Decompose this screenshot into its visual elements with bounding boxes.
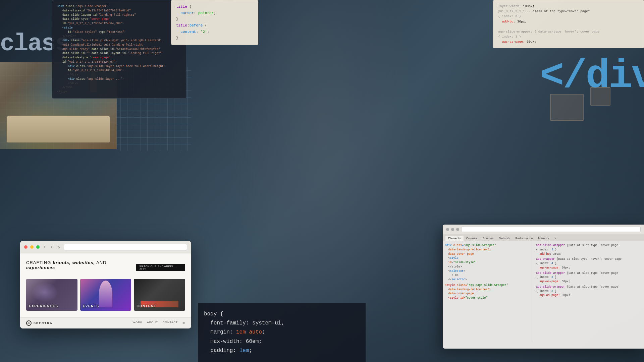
browser-dot-minimize[interactable]	[30, 245, 34, 249]
devtools-tab-performance[interactable]: Performance	[513, 236, 536, 241]
footer-nav-about[interactable]: ABOUT	[147, 321, 158, 325]
code-line-20: </div>	[57, 85, 181, 90]
devtools-tab-network[interactable]: Network	[496, 236, 513, 241]
watch-showreel-btn[interactable]: WATCH OUR SHOWREEL · 2024	[136, 264, 185, 271]
card-label-events: EVENTS	[83, 304, 99, 308]
footer-logo-text: SPECTRA	[34, 321, 53, 325]
code-line-3: data-slide-layout-id="landing-full-right…	[57, 13, 181, 17]
code-panel-top-center: title { cursor: pointer; } title:before …	[171, 0, 258, 45]
website-mockup: ‹ › ↻ CRAFTING brands, websites, AND exp…	[20, 241, 191, 328]
mockup-content: CRAFTING brands, websites, AND experienc…	[20, 253, 191, 317]
browser-dot-close[interactable]	[24, 245, 28, 249]
code-line-16: id="yui_3_17_2_1_1733343124_208">	[57, 68, 181, 73]
card-label-experiences: EXPERIENCES	[29, 304, 58, 308]
browser-url-bar[interactable]	[64, 244, 187, 250]
code-line-17: </div>	[57, 73, 181, 77]
footer-nav-work[interactable]: WORK	[132, 321, 142, 325]
code-line-8: </style>	[57, 34, 181, 39]
devtools-tab-memory[interactable]: Memory	[535, 236, 552, 241]
dt-line-10: data-landing-fullcenter81	[445, 288, 531, 292]
card-content[interactable]: CONTENT	[134, 279, 185, 311]
code-panel-top-left: <div class="aqs-slide-wrapper" data-slic…	[52, 0, 186, 99]
dt-css-9: aqs-as-page: 30px;	[536, 280, 641, 284]
dt-line-9: </selector>	[445, 278, 531, 282]
dt-css-2: { index: 3 }	[536, 248, 641, 252]
code-line-18: <div class="aqs-slide-layer ...">	[57, 77, 181, 81]
headline-row: CRAFTING brands, websites, AND experienc…	[26, 260, 185, 275]
dt-highlight-1: <style class="aqs-page-slide-wrapper"	[445, 283, 531, 288]
dt-css-8: { index: 3 }	[536, 275, 641, 280]
devtools-dot-3	[456, 228, 459, 231]
dt-css-12: aqs-as-page: 30px;	[536, 293, 641, 298]
footer-logo: ◎ SPECTRA	[26, 320, 53, 326]
right-code-block: layer-width: 100px; yui_3_17_2_1_1... cl…	[498, 4, 639, 45]
body-css-code: body { font-family: system-ui, margin: 1…	[204, 310, 360, 355]
browser-bar: ‹ › ↻	[20, 241, 191, 253]
devtools-body: <div class="aqs-slide-wrapper" data-land…	[443, 241, 644, 342]
dt-css-6: aqs-as-page: 30px;	[536, 266, 641, 270]
code-line-21: </div>	[57, 90, 181, 94]
mockup-headline: CRAFTING brands, websites, AND experienc…	[26, 260, 133, 270]
dt-css-7: aqs-slide-wrapper {Data at slot-type 'co…	[536, 271, 641, 276]
dt-line-4: <style	[445, 256, 531, 260]
browser-dot-maximize[interactable]	[36, 245, 40, 249]
card-label-content: CONTENT	[137, 304, 156, 308]
code-line-15: <div class="aqs-slide-layer layer-back f…	[57, 64, 181, 69]
code-panel-bottom-center: body { font-family: system-ui, margin: 1…	[198, 303, 366, 362]
browser-forward-btn[interactable]: ›	[49, 245, 54, 249]
code-line-13: data-slide-type="cover-page"	[57, 56, 181, 60]
devtools-tab-elements[interactable]: Elements	[445, 236, 464, 241]
devtools-url-bar[interactable]	[461, 227, 641, 232]
dt-line-2: data-landing-fullcenter81	[445, 248, 531, 252]
code-line-19: </div>	[57, 81, 181, 86]
dt-line-5: id="slide-style"	[445, 260, 531, 265]
code-panel-top-right: layer-width: 100px; yui_3_17_2_1_1... cl…	[493, 0, 644, 48]
dt-line-3: data-cover-page	[445, 252, 531, 256]
devtools-tab-more[interactable]: »	[552, 236, 559, 241]
browser-refresh-btn[interactable]: ↻	[56, 245, 61, 250]
code-line-11: aqs-slide-ready" data-slice-id="5e13cf54…	[57, 47, 181, 52]
card-experiences[interactable]: EXPERIENCES	[26, 279, 77, 311]
code-line-7: id="slide-styles" type="text/css">	[57, 30, 181, 35]
code-line-9: <div class="aqs-slide yui3-widget yui3-l…	[57, 39, 181, 43]
dt-line-1: <div class="aqs-slide-wrapper"	[445, 243, 531, 248]
dt-css-3: add-bq: 30px;	[536, 252, 641, 256]
code-line-5: id="yui_3_17_2_1_1733343124364_309">	[57, 21, 181, 26]
dt-line-11: data-cover-page	[445, 292, 531, 296]
devtools-titlebar	[443, 225, 644, 234]
closing-div-text: </div	[540, 54, 644, 99]
footer-nav-contact[interactable]: CONTACT	[163, 321, 178, 325]
card-events[interactable]: EVENTS	[80, 279, 131, 311]
devtools-dot-2	[451, 228, 454, 231]
code-line-14: id="yui_3_17_2_1_1733343124_97">	[57, 60, 181, 64]
dt-css-10: aqs-slide-wrapper {Data at slot-type 'co…	[536, 285, 641, 289]
room-sofa	[7, 116, 110, 142]
dt-css-1: aqs-slide-wrapper {Data at slot-type 'co…	[536, 243, 641, 248]
dt-line-6: </style>	[445, 265, 531, 269]
footer-menu-icon[interactable]: ≡	[182, 321, 185, 325]
dt-line-7: <selector>	[445, 269, 531, 274]
dt-css-4: aqs-wrapper {Data at slot-type 'hover'; …	[536, 257, 641, 261]
devtools-html-panel: <div class="aqs-slide-wrapper" data-land…	[443, 241, 533, 342]
code-line-2: data-slice-id="5e13cf5481a657bf8f9e0fbd"	[57, 9, 181, 13]
dt-css-5: { index: 4 }	[536, 261, 641, 266]
devtools-dot-1	[446, 228, 449, 231]
code-line-10: yui3-landingFullright81 yui3-landing-ful…	[57, 43, 181, 47]
code-line-4: data-slide-type="cover-page"	[57, 17, 181, 21]
footer-nav: WORK ABOUT CONTACT ≡	[132, 321, 185, 325]
dt-line-12: <style id="cover-style"	[445, 296, 531, 300]
dt-line-8: > 85	[445, 273, 531, 278]
code-line-1: <div class="aqs-slide-wrapper"	[57, 4, 181, 9]
mockup-footer: ◎ SPECTRA WORK ABOUT CONTACT ≡	[20, 317, 191, 328]
footer-logo-icon: ◎	[26, 320, 32, 326]
code-line-12: data-slide-id="" data-slide-layout-id="l…	[57, 51, 181, 56]
dt-css-11: { index: 3 }	[536, 289, 641, 294]
code-line-6: <style	[57, 26, 181, 30]
devtools-tabs: Elements Console Sources Network Perform…	[443, 234, 644, 241]
mockup-cards: EXPERIENCES EVENTS CONTENT	[26, 279, 185, 311]
browser-back-btn[interactable]: ‹	[42, 245, 47, 249]
devtools-tab-console[interactable]: Console	[464, 236, 480, 241]
devtools-panel: Elements Console Sources Network Perform…	[443, 225, 644, 349]
css-code-block: title { cursor: pointer; } title:before …	[176, 4, 253, 41]
devtools-tab-sources[interactable]: Sources	[480, 236, 496, 241]
